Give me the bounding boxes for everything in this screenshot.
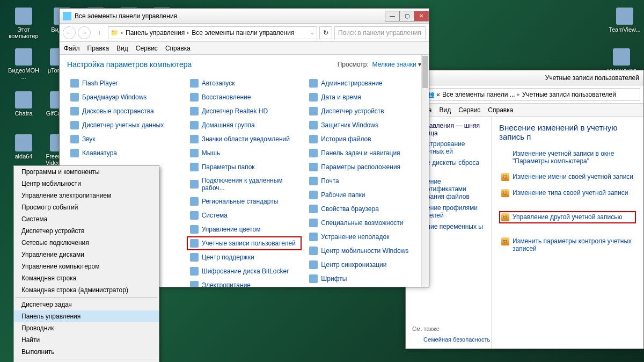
item-icon (190, 267, 199, 276)
control-panel-item[interactable]: Диспетчер устройств (306, 104, 421, 118)
item-icon (309, 205, 318, 213)
scrollbar[interactable] (421, 55, 429, 287)
account-option[interactable]: Управление другой учетной записью (499, 211, 636, 223)
item-icon (309, 177, 318, 185)
view-selector[interactable]: Просмотр: Мелкие значки ▾ (338, 61, 421, 68)
menu-help[interactable]: Справка (488, 106, 513, 114)
see-also-item[interactable]: Семейная безопасность (412, 335, 490, 343)
account-option[interactable]: Изменение имени своей учетной записи (499, 171, 636, 183)
item-icon (190, 180, 199, 189)
control-panel-item[interactable]: Центр синхронизации (306, 258, 421, 272)
item-icon (309, 79, 318, 88)
desktop-icon[interactable]: Этот компьютер (8, 8, 40, 39)
titlebar[interactable]: Учетные записи пользователей (406, 70, 643, 85)
control-panel-item[interactable]: Диспетчер учетных данных (67, 118, 182, 132)
control-panel-item[interactable]: Защитник Windows (306, 118, 421, 132)
desktop-icon[interactable]: Chatra (8, 91, 40, 117)
control-panel-item[interactable]: Администрирование (306, 76, 421, 90)
control-panel-item[interactable]: Почта (306, 174, 421, 188)
control-panel-item[interactable]: Параметры расположения (306, 160, 421, 174)
refresh-button[interactable]: ↻ (319, 26, 332, 39)
account-option[interactable]: Изменение учетной записи в окне "Парамет… (499, 148, 636, 167)
control-panel-item[interactable]: Значки области уведомлений (187, 132, 302, 146)
control-panel-item[interactable]: Язык (306, 286, 421, 287)
control-panel-item[interactable]: Flash Player (67, 76, 182, 90)
desktop-icon[interactable]: ВидеоМОН... (8, 48, 40, 80)
account-option[interactable]: Изменить параметры контроля учетных запи… (499, 235, 636, 255)
control-panel-item[interactable]: Свойства браузера (306, 202, 421, 216)
control-panel-item[interactable]: Параметры папок (187, 160, 302, 174)
maximize-button[interactable]: ▢ (399, 11, 414, 21)
context-menu-item[interactable]: Диспетчер устройств (14, 225, 159, 237)
user-accounts-window: Учетные записи пользователей ↑ 👥 « Все э… (405, 70, 644, 349)
minimize-button[interactable]: — (385, 11, 400, 21)
control-panel-item[interactable]: Региональные стандарты (187, 194, 302, 208)
control-panel-item[interactable]: История файлов (306, 132, 421, 146)
menu-view[interactable]: Вид (116, 45, 128, 52)
context-menu-item[interactable]: Управление дисками (14, 249, 159, 260)
control-panel-item[interactable]: Брандмауэр Windows (67, 90, 182, 104)
control-panel-item[interactable]: Подключения к удаленным рабоч... (187, 174, 302, 194)
control-panel-item[interactable]: Домашняя группа (187, 118, 302, 132)
account-option[interactable]: Изменение типа своей учетной записи (499, 187, 636, 199)
item-icon (190, 253, 199, 262)
menu-service[interactable]: Сервис (136, 45, 158, 52)
breadcrumb[interactable]: 📁 ▸ Панель управления ▸ Все элементы пан… (108, 26, 317, 39)
control-panel-item[interactable]: Устранение неполадок (306, 230, 421, 244)
context-menu-item[interactable]: Командная строка (14, 272, 159, 284)
context-menu-item[interactable]: Проводник (14, 322, 159, 334)
context-menu-item[interactable]: Диспетчер задач (14, 299, 159, 310)
menu-service[interactable]: Сервис (458, 106, 480, 114)
context-menu-item[interactable]: Командная строка (администратор) (14, 284, 159, 296)
menu-edit[interactable]: Правка (87, 45, 109, 52)
item-icon (70, 107, 79, 115)
control-panel-item[interactable]: Учетные записи пользователей (187, 236, 302, 250)
desktop-icon[interactable]: TeamView... (609, 8, 641, 33)
control-panel-item[interactable]: Диспетчер Realtek HD (187, 104, 302, 118)
context-menu-item[interactable]: Найти (14, 334, 159, 346)
control-panel-item[interactable]: Управление цветом (187, 222, 302, 236)
control-panel-item[interactable]: Шрифты (306, 272, 421, 286)
item-icon (309, 135, 318, 143)
control-panel-item[interactable]: Центр мобильности Windows (306, 244, 421, 258)
close-button[interactable]: ✕ (414, 11, 429, 21)
context-menu-item[interactable]: Сетевые подключения (14, 237, 159, 249)
control-panel-item[interactable]: Дисковые пространства (67, 104, 182, 118)
titlebar[interactable]: Все элементы панели управления — ▢ ✕ (60, 9, 429, 24)
context-menu-item[interactable]: Выполнить (14, 346, 159, 358)
forward-button[interactable]: → (78, 26, 91, 39)
control-panel-item[interactable]: Дата и время (306, 90, 421, 104)
desktop-icon[interactable]: aida64 (8, 134, 40, 160)
control-panel-item[interactable]: Панель задач и навигация (306, 146, 421, 160)
control-panel-item[interactable]: Система (187, 208, 302, 222)
menu-file[interactable]: Файл (64, 45, 80, 52)
page-heading: Внесение изменений в учетную запись п (499, 123, 636, 141)
item-icon (309, 247, 318, 255)
menu-view[interactable]: Вид (440, 106, 451, 114)
search-input[interactable]: Поиск в панели управления (334, 26, 426, 39)
context-menu-item[interactable]: Центр мобильности (14, 178, 159, 190)
context-menu-item[interactable]: Управление электропитанием (14, 190, 159, 201)
context-menu-item[interactable]: Управление компьютером (14, 260, 159, 272)
control-panel-item[interactable]: Электропитание (187, 278, 302, 287)
shield-icon (501, 213, 509, 221)
control-panel-item[interactable]: Рабочие папки (306, 188, 421, 202)
context-menu-item[interactable]: Система (14, 213, 159, 225)
context-menu-item[interactable]: Программы и компоненты (14, 166, 159, 178)
back-button[interactable]: ← (63, 26, 76, 39)
up-button[interactable]: ↑ (93, 26, 106, 39)
control-panel-item[interactable]: Центр поддержки (187, 250, 302, 264)
control-panel-item[interactable]: Звук (67, 132, 182, 146)
item-icon (190, 225, 199, 234)
shield-icon (501, 237, 509, 245)
control-panel-item[interactable]: Автозапуск (187, 76, 302, 90)
control-panel-item[interactable]: Шифрование диска BitLocker (187, 264, 302, 278)
menu-help[interactable]: Справка (165, 45, 191, 52)
control-panel-item[interactable]: Специальные возможности (306, 216, 421, 230)
context-menu-item[interactable]: Просмотр событий (14, 201, 159, 213)
context-menu-item[interactable]: Панель управления (14, 310, 159, 322)
control-panel-item[interactable]: Клавиатура (67, 146, 182, 160)
control-panel-item[interactable]: Восстановление (187, 90, 302, 104)
breadcrumb[interactable]: 👥 « Все элементы панели ... ▸ Учетные за… (424, 88, 640, 101)
control-panel-item[interactable]: Мышь (187, 146, 302, 160)
